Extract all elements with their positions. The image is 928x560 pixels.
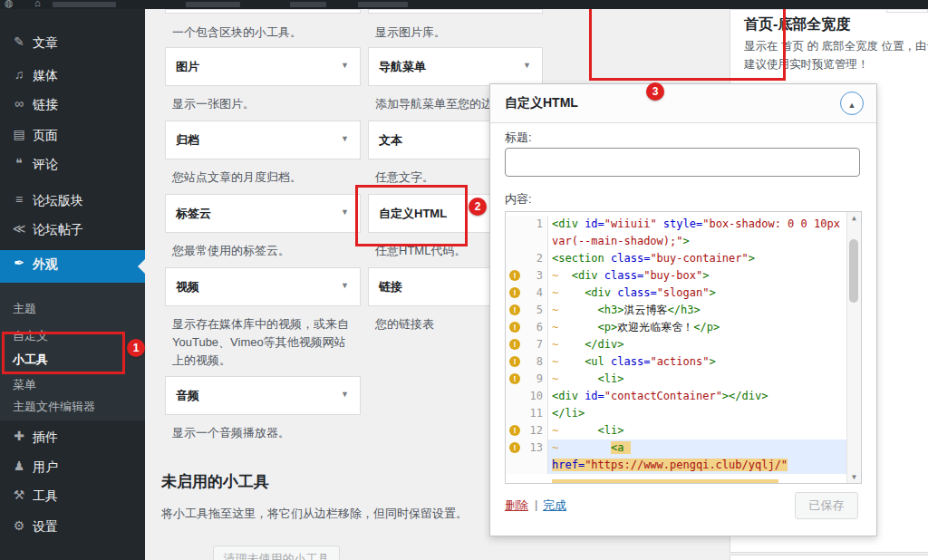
code-text: ~ </div> xyxy=(548,336,847,353)
widget-title: 导航菜单 xyxy=(379,59,426,75)
submenu-item-label: 自定义 xyxy=(13,328,48,344)
code-gutter: !9 xyxy=(506,371,548,388)
code-editor[interactable]: 1<div id="wiiuii" style="box-shadow: 0 0… xyxy=(505,211,862,484)
widget-box-导航菜单[interactable]: 导航菜单▼ xyxy=(368,47,543,86)
title-label: 标题: xyxy=(505,130,532,146)
submenu-item-主题文件编辑器[interactable]: 主题文件编辑器 xyxy=(0,395,145,419)
sidebar-item-label: 页面 xyxy=(33,128,58,144)
code-row: 2<section class="buy-container"> xyxy=(506,250,847,267)
code-gutter xyxy=(506,457,548,474)
sidebar-item-论坛版块[interactable]: ≡论坛版块 xyxy=(0,187,145,216)
line-number: 6 xyxy=(536,319,543,336)
submenu-item-菜单[interactable]: 菜单 xyxy=(0,373,145,397)
line-number: 1 xyxy=(536,216,543,233)
line-number: 11 xyxy=(530,405,543,422)
admin-bar-item-cutoff[interactable] xyxy=(290,2,326,7)
chevron-down-icon[interactable]: ▼ xyxy=(341,134,349,143)
sidebar-item-文章[interactable]: ✎文章 xyxy=(0,29,145,58)
code-row: !5~ <h3>淇云博客</h3> xyxy=(506,302,847,319)
submenu-item-小工具[interactable]: 小工具 xyxy=(0,348,145,372)
widgets-page-content: 首页-底部全宽度 显示在 首页 的 底部全宽度 位置，由于位置较多， 建议使用实… xyxy=(145,9,928,560)
admin-bar-item-cutoff[interactable] xyxy=(186,2,240,7)
sidebar-item-工具[interactable]: ⚒工具 xyxy=(0,482,145,511)
wrench-icon: ⚒ xyxy=(11,488,27,502)
annotation-badge-3: 3 xyxy=(646,82,664,101)
code-text: ~ <li> xyxy=(548,371,847,388)
sidebar-item-链接[interactable]: ∞链接 xyxy=(0,91,145,120)
code-row: !9~ <li> xyxy=(506,371,847,388)
code-text: ~ <a xyxy=(548,439,847,457)
widget-box-归档[interactable]: 归档▼ xyxy=(165,121,361,159)
warning-icon: ! xyxy=(509,270,520,281)
sidebar-item-label: 用户 xyxy=(33,459,58,476)
next-sidebar-area-cutoff xyxy=(730,555,928,560)
scroll-down-icon[interactable]: ▼ xyxy=(847,473,861,481)
line-number: 8 xyxy=(536,353,543,371)
warning-icon: ! xyxy=(509,356,520,367)
widget-description: 您站点文章的月度归档。 xyxy=(172,169,359,187)
code-gutter: 11 xyxy=(506,405,548,422)
chevron-down-icon[interactable]: ▼ xyxy=(523,61,531,70)
code-row: !7~ </div> xyxy=(506,336,847,353)
admin-bar-item-cutoff[interactable] xyxy=(358,2,408,7)
submenu-item-自定义[interactable]: 自定义 xyxy=(0,324,145,348)
code-row: 11</li> xyxy=(506,405,847,422)
widget-description: 显示图片库。 xyxy=(375,24,541,42)
widget-box-标签云[interactable]: 标签云▼ xyxy=(165,194,361,233)
sidebar-item-设置[interactable]: ⚙设置 xyxy=(0,513,145,542)
widget-box-音频[interactable]: 音频▼ xyxy=(165,376,361,415)
sidebar-item-论坛帖子[interactable]: ≪论坛帖子 xyxy=(0,216,145,245)
code-text: <section class="buy-container"> xyxy=(548,250,847,267)
sidebar-item-外观[interactable]: ✒外观 xyxy=(0,250,145,283)
widget-title: 链接 xyxy=(379,279,402,295)
site-home-icon[interactable]: ⌂ xyxy=(34,0,41,8)
done-link[interactable]: 完成 xyxy=(543,497,566,514)
warning-icon: ! xyxy=(509,322,520,333)
code-gutter: 1 xyxy=(506,216,548,233)
sidebar-item-label: 论坛帖子 xyxy=(33,222,83,238)
chevron-up-icon: ▲ xyxy=(848,101,856,110)
forum-posts-icon: ≪ xyxy=(11,221,27,236)
clear-inactive-widgets-button[interactable]: 清理未使用的小工具 xyxy=(213,546,340,560)
code-text: ~ <div class="buy-box"> xyxy=(548,267,847,285)
chevron-down-icon[interactable]: ▼ xyxy=(341,390,349,399)
sidebar-item-插件[interactable]: ✚插件 xyxy=(0,423,145,452)
widget-title: 文本 xyxy=(379,132,402,149)
code-row: var(--main-shadow);"> xyxy=(506,233,847,250)
scrollbar-thumb[interactable] xyxy=(849,239,858,303)
appearance-icon: ✒ xyxy=(11,256,27,270)
widget-box-图片[interactable]: 图片▼ xyxy=(165,47,361,86)
code-text: ~ <ul class="actions"> xyxy=(548,353,847,371)
widget-box-视频[interactable]: 视频▼ xyxy=(165,267,361,306)
admin-menu: ✎文章♫媒体∞链接▤页面❝评论≡论坛版块≪论坛帖子✒外观✚插件♟用户⚒工具⚙设置… xyxy=(0,9,145,560)
collapse-button[interactable]: ▲ xyxy=(840,92,864,115)
sidebar-item-label: 论坛版块 xyxy=(33,193,83,209)
sidebar-item-媒体[interactable]: ♫媒体 xyxy=(0,62,145,91)
code-text: href="https://www.pengqi.club/yqlj/" xyxy=(548,457,847,474)
chevron-down-icon[interactable]: ▼ xyxy=(341,208,349,217)
editor-scrollbar[interactable]: ▲ ▼ xyxy=(846,212,861,483)
admin-bar: ◍ ⌂ xyxy=(0,0,928,9)
code-gutter: !13 xyxy=(506,439,548,457)
code-text: <div id="contactContainer"></div> xyxy=(548,388,847,405)
chevron-down-icon[interactable]: ▼ xyxy=(341,61,349,70)
inactive-widgets-heading: 未启用的小工具 xyxy=(161,471,269,492)
widget-title: 标签云 xyxy=(176,206,211,222)
sidebar-item-评论[interactable]: ❝评论 xyxy=(0,150,145,179)
saved-button[interactable]: 已保存 xyxy=(795,492,858,519)
link-icon: ∞ xyxy=(11,96,27,111)
delete-link[interactable]: 删除 xyxy=(505,497,528,514)
plugin-icon: ✚ xyxy=(11,429,27,443)
submenu-item-label: 主题 xyxy=(13,301,36,317)
sidebar-item-用户[interactable]: ♟用户 xyxy=(0,453,145,482)
line-number: 13 xyxy=(530,439,543,457)
scroll-up-icon[interactable]: ▲ xyxy=(847,214,861,222)
chevron-down-icon[interactable]: ▼ xyxy=(341,281,349,290)
code-text: ~ <div class="slogan"> xyxy=(548,285,847,302)
site-name-cutoff[interactable] xyxy=(53,2,116,7)
wordpress-logo-icon[interactable]: ◍ xyxy=(5,0,14,9)
sidebar-item-页面[interactable]: ▤页面 xyxy=(0,121,145,150)
submenu-item-主题[interactable]: 主题 xyxy=(0,297,145,321)
media-icon: ♫ xyxy=(11,67,27,82)
widget-title-input[interactable] xyxy=(505,148,860,177)
